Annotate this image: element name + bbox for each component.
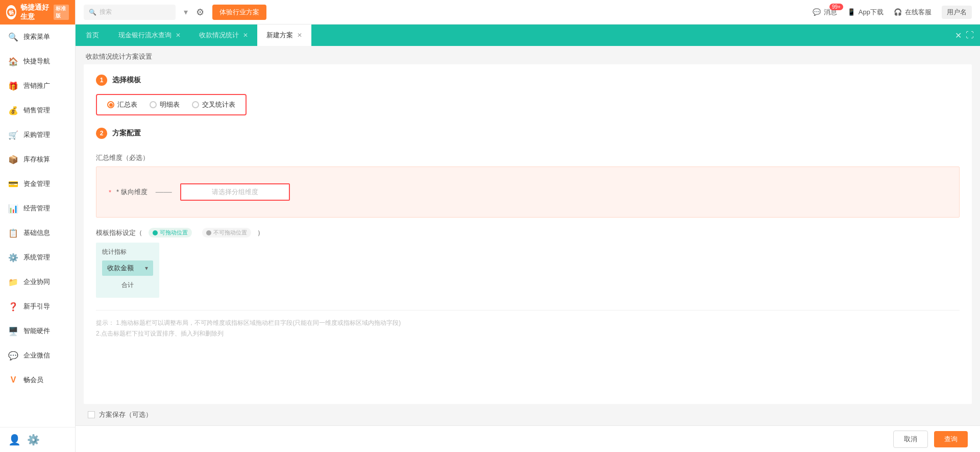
metrics-config: 模板指标设定（可拖动位置不可拖动位置） 统计指标 收款金额 ▾ 合计 xyxy=(96,218,960,298)
system-icon: ⚙️ xyxy=(8,252,18,263)
sidebar-item-label: 畅会员 xyxy=(23,375,43,385)
download-item[interactable]: 📱 App下载 xyxy=(847,8,884,17)
metric-label: 收款金额 xyxy=(107,264,134,273)
metric-item-collection[interactable]: 收款金额 ▾ xyxy=(102,260,153,276)
dimension-field-label: * 纵向维度 xyxy=(116,187,148,197)
beginner-icon: ❓ xyxy=(8,301,18,312)
sidebar-item-label: 经营管理 xyxy=(23,204,50,213)
sidebar-item-label: 企业微信 xyxy=(23,351,50,360)
window-maximize-icon[interactable]: ⛶ xyxy=(966,31,974,40)
industry-plan-button[interactable]: 体验行业方案 xyxy=(212,5,266,20)
content-footer: 方案保存（可选） xyxy=(76,404,980,425)
search-icon: 🔍 xyxy=(89,9,96,16)
step2-title: 2 方案配置 xyxy=(96,128,960,139)
sidebar-item-label: 搜索菜单 xyxy=(23,32,50,41)
sidebar-item-beginner[interactable]: ❓ 新手引导 xyxy=(0,294,75,319)
tab-bank-flow[interactable]: 现金银行流水查询 ✕ xyxy=(109,25,190,46)
tab-bank-flow-close[interactable]: ✕ xyxy=(176,32,181,39)
sidebar-item-basic-info[interactable]: 📋 基础信息 xyxy=(0,221,75,245)
app-version: 标准版 xyxy=(54,5,69,20)
sidebar-settings-icon[interactable]: ⚙️ xyxy=(27,434,40,446)
sidebar-item-label: 企业协同 xyxy=(23,277,50,287)
sidebar-item-inventory[interactable]: 📦 库存核算 xyxy=(0,147,75,172)
message-item[interactable]: 💬 消息 99+ xyxy=(813,8,837,17)
content-body: 1 选择模板 汇总表 明细表 交叉统计表 xyxy=(84,64,972,404)
content-area: 收款情况统计方案设置 1 选择模板 汇总表 明细表 xyxy=(76,46,980,425)
dimension-config: 汇总维度（必选） * * 纵向维度 —— 请选择分组维度 xyxy=(96,147,960,218)
download-icon: 📱 xyxy=(847,8,855,16)
radio-cross-circle xyxy=(192,101,199,108)
tab-new-plan-close[interactable]: ✕ xyxy=(297,32,302,39)
step2-section: 2 方案配置 汇总维度（必选） * * 纵向维度 —— 请选择分组维度 xyxy=(96,128,960,338)
dimension-area: * * 纵向维度 —— 请选择分组维度 xyxy=(96,166,960,218)
dimension-placeholder-text: 请选择分组维度 xyxy=(212,188,258,196)
user-name[interactable]: 用户名 xyxy=(942,6,972,19)
sidebar-item-quick-nav[interactable]: 🏠 快捷导航 xyxy=(0,49,75,74)
gear-icon[interactable]: ⚙ xyxy=(196,7,204,18)
cancel-button[interactable]: 取消 xyxy=(893,431,928,448)
option-detail[interactable]: 明细表 xyxy=(150,100,180,109)
quick-nav-icon: 🏠 xyxy=(8,56,18,66)
dimension-required-label: * xyxy=(109,188,111,196)
step1-section: 1 选择模板 汇总表 明细表 交叉统计表 xyxy=(96,75,960,115)
message-icon: 💬 xyxy=(813,8,821,16)
tab-collection-stats[interactable]: 收款情况统计 ✕ xyxy=(190,25,257,46)
tabs-window-controls: ✕ ⛶ xyxy=(955,31,980,40)
member-icon: V xyxy=(8,375,18,385)
step2-label: 方案配置 xyxy=(112,129,141,138)
save-plan-checkbox[interactable] xyxy=(88,411,95,418)
sidebar-item-label: 快捷导航 xyxy=(23,57,50,66)
wechat-icon: 💬 xyxy=(8,350,18,361)
service-item[interactable]: 🎧 在线客服 xyxy=(894,8,932,17)
metric-dropdown-icon[interactable]: ▾ xyxy=(145,265,148,272)
option-cross[interactable]: 交叉统计表 xyxy=(192,100,235,109)
step2-num: 2 xyxy=(96,128,107,139)
download-label: App下载 xyxy=(859,8,884,17)
sidebar-item-sales[interactable]: 💰 销售管理 xyxy=(0,98,75,123)
tab-new-plan[interactable]: 新建方案 ✕ xyxy=(257,25,311,46)
sidebar-item-system[interactable]: ⚙️ 系统管理 xyxy=(0,245,75,270)
dropdown-icon[interactable]: ▾ xyxy=(184,7,188,17)
search-box[interactable]: 🔍 搜索 xyxy=(84,5,176,20)
dimension-arrow: —— xyxy=(156,187,172,197)
option-cross-label: 交叉统计表 xyxy=(202,100,235,109)
window-close-icon[interactable]: ✕ xyxy=(955,31,962,40)
query-button[interactable]: 查询 xyxy=(934,431,968,447)
service-label: 在线客服 xyxy=(905,8,932,17)
tab-home-label: 首页 xyxy=(86,31,99,40)
radio-summary-circle xyxy=(107,101,114,108)
sidebar-item-label: 智能硬件 xyxy=(23,326,50,336)
option-summary[interactable]: 汇总表 xyxy=(107,100,137,109)
main-area: 🔍 搜索 ▾ ⚙ 体验行业方案 💬 消息 99+ 📱 App下载 🎧 在线客服 … xyxy=(76,0,980,452)
service-icon: 🎧 xyxy=(894,8,902,16)
tab-bar: 首页 现金银行流水查询 ✕ 收款情况统计 ✕ 新建方案 ✕ ✕ ⛶ xyxy=(76,25,980,46)
sidebar-item-finance[interactable]: 💳 资金管理 xyxy=(0,172,75,196)
sidebar-item-member[interactable]: V 畅会员 xyxy=(0,368,75,392)
sidebar-item-search-menu[interactable]: 🔍 搜索菜单 xyxy=(0,25,75,49)
purchase-icon: 🛒 xyxy=(8,130,18,140)
sidebar-item-management[interactable]: 📊 经营管理 xyxy=(0,196,75,221)
sidebar-item-label: 销售管理 xyxy=(23,106,50,115)
sidebar-item-wechat[interactable]: 💬 企业微信 xyxy=(0,343,75,368)
tab-bank-flow-label: 现金银行流水查询 xyxy=(118,31,172,40)
basic-info-icon: 📋 xyxy=(8,228,18,238)
tab-home[interactable]: 首页 xyxy=(76,25,109,46)
svg-text:畅: 畅 xyxy=(9,10,14,15)
sidebar-item-smart-hw[interactable]: 🖥️ 智能硬件 xyxy=(0,319,75,343)
inventory-icon: 📦 xyxy=(8,154,18,164)
sidebar-item-corp-collab[interactable]: 📁 企业协同 xyxy=(0,270,75,294)
step1-title: 1 选择模板 xyxy=(96,75,960,86)
metrics-area: 统计指标 收款金额 ▾ 合计 xyxy=(96,243,159,298)
dimension-placeholder[interactable]: 请选择分组维度 xyxy=(180,183,290,201)
tab-collection-stats-close[interactable]: ✕ xyxy=(243,32,248,39)
sidebar-avatar-icon[interactable]: 👤 xyxy=(8,434,21,446)
sidebar-item-purchase[interactable]: 🛒 采购管理 xyxy=(0,123,75,147)
smart-hw-icon: 🖥️ xyxy=(8,326,18,336)
action-bar: 取消 查询 xyxy=(76,425,980,452)
tip-line-1: 提示： 1.拖动标题栏可以调整布局，不可跨维度或指标区域拖动栏目字段(只能在同一… xyxy=(96,319,960,327)
sidebar-item-marketing[interactable]: 🎁 营销推广 xyxy=(0,74,75,98)
tips-section: 提示： 1.拖动标题栏可以调整布局，不可跨维度或指标区域拖动栏目字段(只能在同一… xyxy=(96,310,960,338)
dimension-row: * * 纵向维度 —— 请选择分组维度 xyxy=(109,183,290,201)
tab-collection-stats-label: 收款情况统计 xyxy=(199,31,239,40)
step1-label: 选择模板 xyxy=(112,76,141,85)
